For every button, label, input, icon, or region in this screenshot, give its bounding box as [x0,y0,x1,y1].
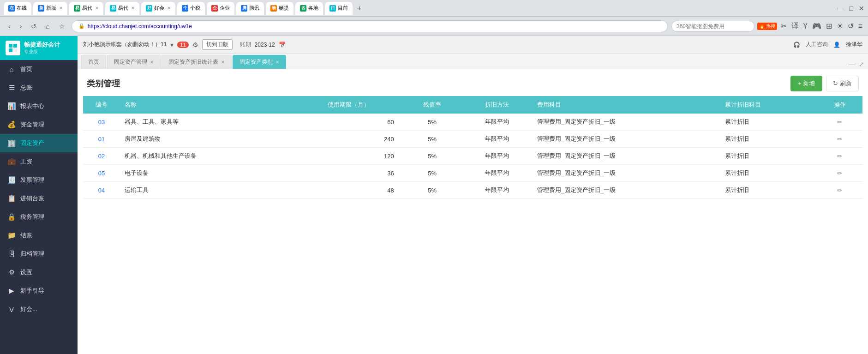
new-tab-button[interactable]: + [357,4,361,12]
sidebar-item-fixed-assets[interactable]: 🏢 固定资产 [0,134,78,152]
table-row: 04 运输工具 48 5% 年限平均 管理费用_固定资产折旧_一级 累计折旧 ✏ [83,182,862,199]
tab-fixed-assets-management[interactable]: 固定资产管理 ✕ [107,55,161,69]
cell-rate: 5% [403,148,461,165]
old-version-button[interactable]: 切到旧版 [202,39,233,50]
browser-tab-tengxun[interactable]: 腾 腾讯 [236,2,264,15]
logo-subtitle: 专业版 [24,48,60,55]
hot-tag: 🔥 热搜 [757,23,777,30]
close-icon[interactable]: ✕ [275,60,279,65]
cell-expense: 管理费用_固定资产折旧_一级 [533,131,720,148]
edit-icon[interactable]: ✏ [837,187,842,194]
categories-table: 编号 名称 使用期限（月） 残值率 折旧方法 费用科目 累计折旧科目 操作 03 [83,96,862,199]
close-browser-button[interactable]: ✕ [859,5,864,12]
sidebar-item-ledger[interactable]: ☰ 总账 [0,78,78,97]
edit-icon[interactable]: ✏ [837,136,842,143]
close-icon[interactable]: ✕ [167,6,171,11]
menu-icon[interactable]: ≡ [858,22,862,30]
tab-asset-category[interactable]: 固定资产类别 ✕ [233,55,286,69]
sidebar-item-payroll[interactable]: 💼 工资 [0,152,78,171]
edit-icon[interactable]: ✏ [837,119,842,126]
sidebar-item-settings[interactable]: ⚙ 设置 [0,263,78,282]
close-icon[interactable]: ✕ [150,60,154,65]
history-icon[interactable]: ↺ [848,22,854,30]
sidebar-item-label: 归档管理 [20,250,44,258]
sidebar-item-home[interactable]: ⌂ 首页 [0,60,78,78]
fixed-assets-icon: 🏢 [7,139,16,147]
cell-action: ✏ [817,148,862,165]
close-icon[interactable]: ✕ [221,60,225,65]
main-content: 类别管理 + 新增 ↻ 刷新 编号 名称 使用期限（月） 残值率 折旧方法 [78,69,868,354]
game-icon[interactable]: 🎮 [812,22,821,30]
tab-icon-online: 在 [8,5,15,12]
close-icon[interactable]: ✕ [59,6,63,11]
refresh-button[interactable]: ↻ 刷新 [826,76,859,91]
browser-tab-geshui[interactable]: 个 个税 [177,2,205,15]
sidebar-item-archive[interactable]: 🗄 归档管理 [0,245,78,263]
tab-expand-icon[interactable]: ⤢ [859,60,864,68]
sidebar-item-extra[interactable]: V 好会... [0,300,78,318]
url-text: https://cloud.chanjet.com/accounting/uw1… [88,23,192,30]
maximize-button[interactable]: □ [850,5,853,12]
browser-search-input[interactable] [671,21,754,32]
home-button[interactable]: ⌂ [43,21,52,32]
service-label[interactable]: 人工咨询 [806,41,828,48]
tab-label-haohui: 好会 [154,5,164,12]
tax-icon: 🔒 [7,213,16,221]
page-title: 类别管理 [87,78,120,89]
sidebar-item-invoice[interactable]: 🧾 发票管理 [0,171,78,189]
cell-name: 器具、工具、家具等 [120,114,293,131]
ssl-lock-icon: 🔒 [78,23,85,29]
browser-tab-changtui[interactable]: 畅 畅提 [266,2,293,15]
coin-icon[interactable]: ¥ [803,22,808,30]
tab-icon-geshui: 个 [182,5,188,12]
cell-name: 机器、机械和其他生产设备 [120,148,293,165]
reload-button[interactable]: ↺ [28,21,39,32]
browser-tab-yidai1[interactable]: 易 易代 ✕ [69,2,103,15]
settings-gear-button[interactable]: ▾ [170,41,174,48]
table-row: 05 电子设备 36 5% 年限平均 管理费用_固定资产折旧_一级 累计折旧 ✏ [83,165,862,182]
grid-icon[interactable]: ⊞ [826,22,832,30]
add-button[interactable]: + 新增 [790,76,822,91]
cell-accumulated: 累计折旧 [720,114,817,131]
sidebar-item-tax[interactable]: 🔒 税务管理 [0,208,78,226]
sidebar-item-label: 固定资产 [20,139,44,147]
sidebar-item-label: 首页 [20,65,32,73]
sidebar-item-reports[interactable]: 📊 报表中心 [0,97,78,115]
sidebar-item-purchases[interactable]: 📋 进销台账 [0,189,78,208]
tab-label-home: 首页 [88,58,99,66]
back-button[interactable]: ‹ [6,21,13,32]
forward-button[interactable]: › [17,21,25,32]
sidebar-item-funds[interactable]: 💰 资金管理 [0,115,78,134]
account-settings-button[interactable]: ⚙ [192,41,198,48]
tab-minimize-icon[interactable]: — [849,60,855,68]
address-bar: ‹ › ↺ ⌂ ☆ 🔒 https://cloud.chanjet.com/ac… [0,17,868,36]
close-icon[interactable]: ✕ [131,6,135,11]
scissors-icon[interactable]: ✂ [781,22,787,30]
browser-tab-haohui[interactable]: 好 好会 ✕ [141,2,175,15]
close-icon[interactable]: ✕ [95,6,99,11]
url-bar[interactable]: 🔒 https://cloud.chanjet.com/accounting/u… [72,20,668,32]
tab-depreciation-table[interactable]: 固定资产折旧统计表 ✕ [162,55,232,69]
tab-home[interactable]: 首页 [81,55,106,69]
bookmark-button[interactable]: ☆ [56,21,68,32]
browser-tab-gedi[interactable]: 各 各地 [295,2,323,15]
cell-action: ✏ [817,165,862,182]
edit-icon[interactable]: ✏ [837,170,842,177]
browser-tab-new[interactable]: 新 新版 ✕ [33,2,67,15]
browser-tab-online[interactable]: 在 在线 [4,2,31,15]
translate-icon[interactable]: 译 [791,21,799,31]
sidebar-item-guide[interactable]: ▶ 新手引导 [0,282,78,300]
cell-period: 240 [293,131,403,148]
minimize-button[interactable]: — [838,5,844,12]
sidebar-item-closing[interactable]: 📁 结账 [0,226,78,245]
browser-tab-qiye[interactable]: 企 企业 [207,2,234,15]
browser-tab-yidai2[interactable]: 易 易代 ✕ [105,2,139,15]
page-tab-bar: 首页 固定资产管理 ✕ 固定资产折旧统计表 ✕ 固定资产类别 ✕ — ⤢ [78,54,868,69]
calendar-icon[interactable]: 📅 [279,42,286,48]
svg-rect-3 [13,48,17,52]
browser-tab-muqian[interactable]: 目 目前 [325,2,353,15]
edit-icon[interactable]: ✏ [837,153,842,160]
settings-icon: ⚙ [7,268,16,276]
brightness-icon[interactable]: ☀ [837,22,843,30]
app-layout: 畅捷通好会计 专业版 ⌂ 首页 ☰ 总账 📊 报表中心 💰 资金管理 🏢 固定资… [0,36,868,354]
